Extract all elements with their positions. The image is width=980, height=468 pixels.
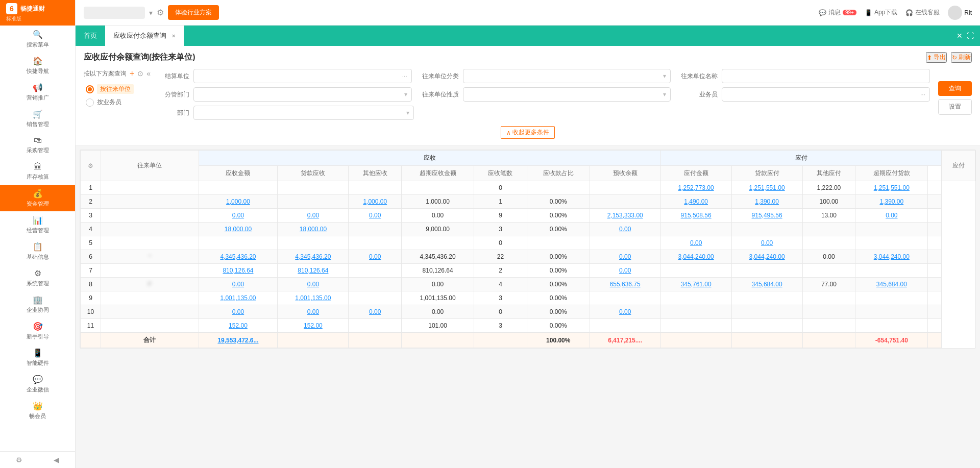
- table-cell[interactable]: 0.00: [199, 278, 278, 291]
- topbar-solution-btn[interactable]: 体验行业方案: [168, 5, 219, 20]
- th-ap-overdue: 超期应付货款: [855, 166, 928, 181]
- tab-home[interactable]: 首页: [76, 26, 105, 46]
- table-cell[interactable]: 1,001,135.00: [199, 291, 278, 305]
- tab-ar-ap[interactable]: 应收应付余额查询 ✕: [105, 26, 184, 46]
- query-btn[interactable]: 查询: [938, 81, 972, 96]
- table-cell[interactable]: 0.00: [855, 209, 928, 223]
- sidebar-item-basic-info[interactable]: 📋 基础信息: [0, 238, 75, 264]
- table-cell[interactable]: 152.00: [278, 319, 349, 333]
- table-cell[interactable]: 1,000.00: [349, 195, 402, 209]
- sidebar-item-inventory[interactable]: 🏛 库存核算: [0, 158, 75, 185]
- table-cell: [660, 223, 731, 236]
- jiesuan-field[interactable]: ···: [193, 69, 412, 83]
- salesperson-field[interactable]: ···: [722, 87, 930, 102]
- sidebar-item-sales[interactable]: 🛒 销售管理: [0, 105, 75, 132]
- topbar-online-service[interactable]: 🎧 在线客服: [905, 8, 940, 17]
- table-settings-icon[interactable]: ⚙: [86, 161, 96, 171]
- setting-btn[interactable]: 设置: [938, 99, 972, 115]
- collapse-btn[interactable]: ∧ 收起更多条件: [501, 126, 555, 139]
- export-btn[interactable]: ⬆ 导出: [926, 52, 947, 63]
- table-cell[interactable]: 2,153,333.00: [590, 209, 660, 223]
- table-cell[interactable]: 345,684.00: [855, 278, 928, 291]
- th-settings: ⚙: [81, 151, 101, 181]
- table-cell[interactable]: 0.00: [731, 236, 802, 250]
- tabbar-expand-btn[interactable]: ⛶: [967, 32, 974, 40]
- dept-field[interactable]: ▾: [193, 106, 414, 120]
- table-cell[interactable]: 1,001,135.00: [278, 291, 349, 305]
- table-cell[interactable]: 3,044,240.00: [855, 250, 928, 264]
- footer-ar-amount[interactable]: 19,553,472.6...: [199, 333, 278, 348]
- sidebar-item-smart-hardware[interactable]: 📱 智能硬件: [0, 344, 75, 371]
- table-cell[interactable]: 0.00: [590, 305, 660, 319]
- table-cell[interactable]: 1,251,551.00: [731, 181, 802, 195]
- sidebar-item-finance[interactable]: 💰 资金管理: [0, 185, 75, 211]
- topbar-dropdown-icon[interactable]: ▾: [149, 9, 153, 17]
- sidebar-item-wechat[interactable]: 💬 企业微信: [0, 371, 75, 397]
- tab-close-btn[interactable]: ✕: [172, 33, 176, 39]
- table-cell[interactable]: 345,761.00: [660, 278, 731, 291]
- sidebar-item-newbie[interactable]: 🎯 新手引导: [0, 317, 75, 344]
- table-cell[interactable]: 0.00: [278, 278, 349, 291]
- table-cell[interactable]: 0.00: [278, 209, 349, 223]
- sidebar-item-quick-nav[interactable]: 🏠 快捷导航: [0, 52, 75, 79]
- table-cell[interactable]: 1,390.00: [731, 195, 802, 209]
- table-cell[interactable]: 18,000.00: [278, 223, 349, 236]
- topbar-user[interactable]: Rit: [948, 6, 972, 20]
- fen-dept-field[interactable]: ▾: [193, 87, 412, 102]
- topbar-gear-btn[interactable]: ⚙: [157, 8, 164, 17]
- sidebar-item-enterprise[interactable]: 🏢 企业协同: [0, 291, 75, 317]
- table-cell[interactable]: 0.00: [660, 236, 731, 250]
- sidebar-item-system[interactable]: ⚙ 系统管理: [0, 264, 75, 291]
- scheme-item-sales[interactable]: 按业务员: [86, 96, 151, 109]
- table-cell[interactable]: 810,126.64: [278, 264, 349, 278]
- table-cell: ^: [101, 250, 199, 264]
- table-cell[interactable]: 915,508.56: [660, 209, 731, 223]
- topbar-message[interactable]: 💬 消息 99+: [819, 8, 856, 17]
- table-cell[interactable]: 810,126.64: [199, 264, 278, 278]
- scheme-item-unit[interactable]: 按往来单位: [86, 82, 151, 96]
- sidebar-collapse-btn[interactable]: ◀: [54, 456, 59, 464]
- table-cell[interactable]: 0.00: [590, 264, 660, 278]
- table-cell[interactable]: 0.00: [349, 209, 402, 223]
- category-field[interactable]: ▾: [463, 69, 671, 83]
- sidebar-item-purchase[interactable]: 🛍 采购管理: [0, 132, 75, 158]
- sidebar-item-operation[interactable]: 📊 经营管理: [0, 211, 75, 238]
- table-cell: 0.00: [402, 305, 474, 319]
- table-cell[interactable]: 4,345,436.20: [278, 250, 349, 264]
- table-cell[interactable]: 345,684.00: [731, 278, 802, 291]
- table-cell[interactable]: 152.00: [199, 319, 278, 333]
- sidebar-item-vip[interactable]: 👑 畅会员: [0, 397, 75, 424]
- table-cell[interactable]: 0.00: [349, 305, 402, 319]
- table-cell[interactable]: 0.00: [590, 250, 660, 264]
- scheme-settings-btn[interactable]: ⊙: [137, 69, 143, 78]
- table-cell[interactable]: 4,345,436.20: [199, 250, 278, 264]
- sidebar-item-search-menu[interactable]: 🔍 搜索菜单: [0, 26, 75, 52]
- sidebar-item-marketing[interactable]: 📢 营销推广: [0, 79, 75, 105]
- table-cell[interactable]: 1,252,773.00: [660, 181, 731, 195]
- tabbar-close-btn[interactable]: ✕: [957, 32, 963, 40]
- table-cell[interactable]: 3,044,240.00: [731, 250, 802, 264]
- scheme-add-btn[interactable]: +: [130, 69, 134, 78]
- table-cell[interactable]: 1,251,551.00: [855, 181, 928, 195]
- table-cell[interactable]: 655,636.75: [590, 278, 660, 291]
- table-cell[interactable]: 0.00: [349, 250, 402, 264]
- table-cell[interactable]: 3,044,240.00: [660, 250, 731, 264]
- table-cell[interactable]: 1,490.00: [660, 195, 731, 209]
- refresh-btn[interactable]: ↻ 刷新: [951, 52, 972, 63]
- topbar-app-download[interactable]: 📱 App下载: [865, 8, 897, 17]
- sidebar-settings-btn[interactable]: ⚙: [16, 456, 22, 464]
- nature-field[interactable]: ▾: [463, 87, 671, 102]
- scheme-collapse-btn[interactable]: «: [146, 69, 151, 78]
- table-cell[interactable]: 0.00: [199, 209, 278, 223]
- table-cell[interactable]: 0.00: [590, 223, 660, 236]
- table-cell[interactable]: 18,000.00: [199, 223, 278, 236]
- table-cell: [731, 291, 802, 305]
- name-field[interactable]: [722, 69, 930, 83]
- table-cell[interactable]: 0.00: [278, 305, 349, 319]
- table-cell[interactable]: 0.00: [199, 305, 278, 319]
- table-cell: 0.00%: [527, 305, 590, 319]
- table-cell[interactable]: 915,495.56: [731, 209, 802, 223]
- table-cell[interactable]: 1,390.00: [855, 195, 928, 209]
- footer-ar-ratio: 100.00%: [527, 333, 590, 348]
- table-cell[interactable]: 1,000.00: [199, 195, 278, 209]
